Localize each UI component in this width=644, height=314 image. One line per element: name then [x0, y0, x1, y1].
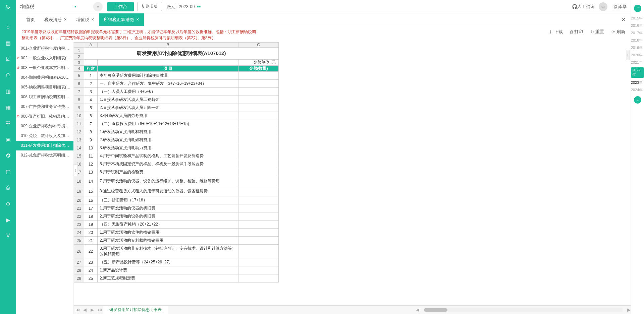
- module-selector[interactable]: 增值税 ▾: [20, 4, 87, 10]
- page-tab[interactable]: 所得税汇算清缴✕: [99, 13, 144, 26]
- cell-item[interactable]: 2.研发活动直接消耗燃料费用: [98, 136, 238, 144]
- cell-amount[interactable]: [238, 266, 279, 274]
- cell-item[interactable]: 6.用于试制产品的检验费: [98, 168, 238, 176]
- row-header[interactable]: 12: [74, 128, 84, 136]
- cell-sn[interactable]: 6: [84, 112, 98, 120]
- cell-sn[interactable]: 17: [84, 204, 98, 212]
- switch-old-button[interactable]: 切到旧版: [137, 2, 162, 11]
- page-tab[interactable]: 税表清册✕: [40, 13, 71, 26]
- col-header-a[interactable]: A: [84, 43, 98, 48]
- row-header[interactable]: 6: [74, 80, 84, 88]
- year-item[interactable]: 2024年: [631, 87, 644, 92]
- row-header[interactable]: 11: [74, 120, 84, 128]
- cell-sn[interactable]: 25: [84, 274, 98, 282]
- cell-sn[interactable]: 12: [84, 160, 98, 168]
- page-tab[interactable]: 首页: [21, 13, 40, 26]
- row-header[interactable]: 21: [74, 204, 84, 212]
- cell-amount[interactable]: [238, 152, 279, 160]
- nav-shirt-icon[interactable]: ☷: [4, 119, 12, 127]
- nav-settings-icon[interactable]: ⚙: [4, 200, 12, 208]
- cell-item[interactable]: 2.直接从事研发活动人员五险一金: [98, 104, 238, 112]
- year-item[interactable]: 2017年: [631, 30, 644, 36]
- nav-play-icon[interactable]: ▶: [4, 216, 12, 224]
- close-icon[interactable]: ✕: [91, 17, 94, 22]
- cell-sn[interactable]: 1: [84, 72, 98, 80]
- row-header[interactable]: 23: [74, 221, 84, 229]
- year-item[interactable]: 2016年: [631, 23, 644, 28]
- row-header[interactable]: 5: [74, 72, 84, 80]
- row-header[interactable]: 18: [74, 176, 84, 186]
- row-header[interactable]: 10: [74, 112, 84, 120]
- row-header[interactable]: 22: [74, 212, 84, 221]
- cell-item[interactable]: 8.通过经营租赁方式租入的用于研发活动的仪器、设备租赁费: [98, 186, 238, 196]
- cell-item[interactable]: 1.研发活动直接消耗材料费用: [98, 128, 238, 136]
- cell-amount[interactable]: [238, 112, 279, 120]
- spreadsheet[interactable]: A B C 1研发费用加计扣除优惠明细表(A107012) 2 3金额单位: 元…: [74, 42, 279, 282]
- year-item[interactable]: 2015年: [631, 16, 644, 21]
- cell-amount[interactable]: [238, 72, 279, 80]
- cell-sn[interactable]: 21: [84, 237, 98, 245]
- workbench-button[interactable]: 工作台: [107, 2, 134, 11]
- horizontal-scrollbar[interactable]: ◀▶: [416, 307, 631, 313]
- cell-item[interactable]: （四）无形资产摊销（20+21+22）: [98, 221, 238, 229]
- row-header[interactable]: 27: [74, 258, 84, 266]
- cell-sn[interactable]: 4: [84, 96, 98, 104]
- cell-item[interactable]: 1.用于研发活动的仪器的折旧费: [98, 204, 238, 212]
- cell-sn[interactable]: 24: [84, 266, 98, 274]
- form-nav-item[interactable]: 007-广告费和业务宣传费跨...: [16, 102, 73, 112]
- cell-sn[interactable]: 20: [84, 229, 98, 237]
- cell-item[interactable]: 3.外聘研发人员的劳务费用: [98, 112, 238, 120]
- print-button[interactable]: ⎙ 打印: [570, 29, 583, 35]
- cell-item[interactable]: 一、自主研发、合作研发、集中研发（3+7+16+19+23+34）: [98, 80, 238, 88]
- row-header[interactable]: 15: [74, 152, 84, 160]
- form-nav-item[interactable]: 010-免税、减计收入及加计...: [16, 131, 73, 141]
- form-nav-item[interactable]: 008-资产折旧、摊销及纳税...: [16, 112, 73, 121]
- year-scroll-down-icon[interactable]: ⌄: [634, 96, 641, 104]
- cell-item[interactable]: 3.研发活动直接消耗动力费用: [98, 144, 238, 152]
- circle-button[interactable]: ≡: [93, 2, 103, 11]
- nav-home-icon[interactable]: ⌂: [4, 23, 12, 31]
- user-avatar-icon[interactable]: ☺: [599, 2, 607, 11]
- year-item[interactable]: 2023年: [631, 80, 644, 85]
- form-nav-item[interactable]: 011-研发费用加计扣除优惠...: [16, 141, 73, 150]
- row-header[interactable]: 28: [74, 266, 84, 274]
- cell-amount[interactable]: [238, 96, 279, 104]
- form-nav-item[interactable]: 006-职工薪酬纳税调整明细...: [16, 92, 73, 102]
- cell-sn[interactable]: 13: [84, 168, 98, 176]
- nav-calendar-icon[interactable]: ▣: [4, 135, 12, 143]
- nav-grid-icon[interactable]: ▦: [4, 103, 12, 111]
- refresh-button[interactable]: ⟳ 刷新: [611, 29, 625, 35]
- cell-amount[interactable]: [238, 104, 279, 112]
- cell-amount[interactable]: [238, 258, 279, 266]
- nav-tax-icon[interactable]: ✪: [4, 151, 12, 160]
- cell-item[interactable]: 2.用于研发活动的设备的折旧费: [98, 212, 238, 221]
- row-header[interactable]: 7: [74, 88, 84, 96]
- row-header[interactable]: 26: [74, 245, 84, 258]
- cell-sn[interactable]: 3: [84, 88, 98, 96]
- cell-amount[interactable]: [238, 274, 279, 282]
- cell-item[interactable]: 2.新工艺规程制定费: [98, 274, 238, 282]
- col-header-b[interactable]: B: [98, 43, 238, 48]
- reset-button[interactable]: ↻ 重置: [590, 29, 604, 35]
- cell-amount[interactable]: [238, 168, 279, 176]
- cell-amount[interactable]: [238, 204, 279, 212]
- cell-sn[interactable]: 2: [84, 80, 98, 88]
- row-header[interactable]: 19: [74, 186, 84, 196]
- nav-bag-icon[interactable]: ☖: [4, 71, 12, 79]
- year-item[interactable]: 2022年: [631, 67, 644, 78]
- row-header[interactable]: 25: [74, 237, 84, 245]
- user-name[interactable]: 徐泽华: [613, 4, 627, 10]
- cell-amount[interactable]: [238, 136, 279, 144]
- cell-sn[interactable]: 11: [84, 152, 98, 160]
- cell-amount[interactable]: [238, 144, 279, 152]
- form-nav-item[interactable]: 002-一般企业收入明细表(A...: [16, 53, 73, 63]
- cell-item[interactable]: （五）新产品设计费等（24+25+26+27）: [98, 258, 238, 266]
- close-all-tabs-icon[interactable]: ✕: [621, 16, 626, 23]
- form-nav-item[interactable]: 004-期间费用明细表(A1040...: [16, 73, 73, 82]
- cell-sn[interactable]: 14: [84, 176, 98, 186]
- support-link[interactable]: 🎧 人工咨询: [572, 4, 595, 10]
- form-nav-item[interactable]: 009-企业所得税弥补亏损明...: [16, 121, 73, 131]
- cell-amount[interactable]: [238, 212, 279, 221]
- row-header[interactable]: 8: [74, 96, 84, 104]
- cell-item[interactable]: 1.用于研发活动的软件的摊销费用: [98, 229, 238, 237]
